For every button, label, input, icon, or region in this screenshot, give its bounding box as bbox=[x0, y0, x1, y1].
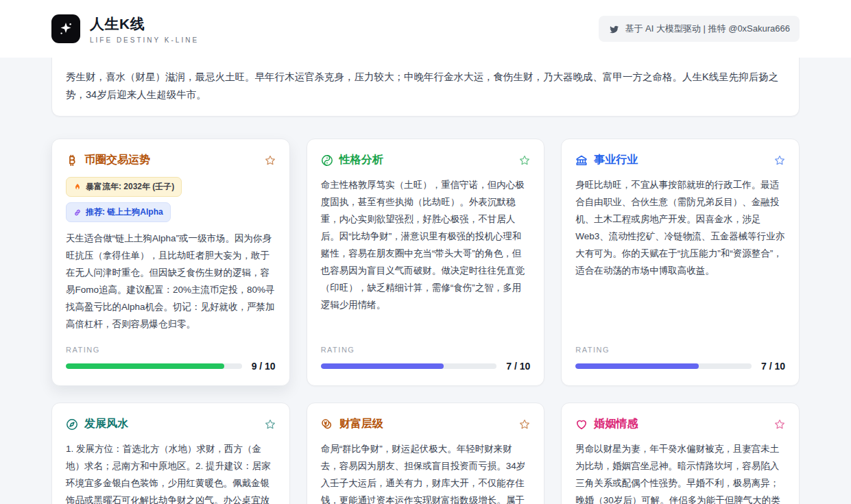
card-crypto-trading: 币圈交易运势 暴富流年: 2032年 (壬子) bbox=[51, 139, 290, 386]
brand: 人生K线 LIFE DESTINY K-LINE bbox=[51, 14, 199, 44]
app-header: 人生K线 LIFE DESTINY K-LINE 基于 AI 大模型驱动 | 推… bbox=[0, 0, 851, 58]
card-title: 婚姻情感 bbox=[594, 417, 638, 431]
chain-icon bbox=[73, 208, 82, 217]
favorite-star-icon[interactable] bbox=[519, 419, 530, 430]
bitcoin-icon bbox=[66, 154, 78, 167]
lucky-year-badge: 暴富流年: 2032年 (壬子) bbox=[66, 177, 182, 197]
analysis-grid: 币圈交易运势 暴富流年: 2032年 (壬子) bbox=[51, 139, 800, 504]
card-body-text: 命局“群比争财”，财运起伏极大。年轻时财来财去，容易因为朋友、担保或盲目投资而亏… bbox=[321, 441, 531, 504]
card-title: 发展风水 bbox=[84, 417, 128, 431]
card-fengshui: 发展风水 1. 发展方位：首选北方（水地）求财，西方（金地）求名；忌南方和中原地… bbox=[51, 403, 290, 504]
rating-section: RATING 7 / 10 bbox=[321, 346, 531, 372]
twitter-icon bbox=[608, 23, 619, 34]
rating-section: RATING 7 / 10 bbox=[575, 346, 785, 372]
favorite-star-icon[interactable] bbox=[265, 155, 276, 166]
rating-bar bbox=[321, 363, 497, 369]
rating-bar bbox=[66, 363, 242, 369]
card-body-text: 1. 发展方位：首选北方（水地）求财，西方（金地）求名；忌南方和中原地区。2. … bbox=[66, 441, 276, 504]
rating-value: 7 / 10 bbox=[761, 361, 785, 372]
recommend-label: 推荐: 链上土狗Alpha bbox=[86, 206, 163, 218]
card-body-text: 天生适合做“链上土狗Alpha”或一级市场。因为你身旺抗压（拿得住单），且比劫旺… bbox=[66, 230, 276, 333]
favorite-star-icon[interactable] bbox=[519, 155, 530, 166]
card-title: 事业行业 bbox=[594, 153, 638, 167]
personality-icon bbox=[321, 154, 333, 167]
heart-icon bbox=[575, 418, 588, 431]
rating-label: RATING bbox=[321, 346, 531, 354]
twitter-badge[interactable]: 基于 AI 大模型驱动 | 推特 @0xSakura666 bbox=[599, 16, 800, 42]
card-title: 币圈交易运势 bbox=[84, 153, 150, 167]
destiny-summary-text: 秀生财，喜水（财星）滋润，最忌火土旺。早年行木运官杀克身，压力较大；中晚年行金水… bbox=[66, 68, 785, 104]
twitter-badge-label: 基于 AI 大模型驱动 | 推特 @0xSakura666 bbox=[625, 23, 790, 35]
favorite-star-icon[interactable] bbox=[774, 419, 785, 430]
page-title: 人生K线 bbox=[90, 14, 199, 34]
sparkle-icon bbox=[58, 21, 74, 37]
coins-icon bbox=[321, 418, 333, 431]
bank-icon bbox=[575, 154, 588, 167]
card-body-text: 男命以财星为妻，年干癸水偏财被克，且妻宫未土为比劫，婚姻宫坐忌神。暗示情路坎坷，… bbox=[575, 441, 785, 504]
rating-bar bbox=[575, 363, 752, 369]
card-personality: 性格分析 命主性格敦厚笃实（土旺），重信守诺，但内心极度固执，甚至有些执拗（比劫… bbox=[307, 139, 545, 386]
card-career: 事业行业 身旺比劫旺，不宜从事按部就班的行政工作。最适合自由职业、合伙生意（需防… bbox=[561, 139, 800, 386]
card-title: 性格分析 bbox=[339, 153, 383, 167]
favorite-star-icon[interactable] bbox=[265, 419, 276, 430]
card-title: 财富层级 bbox=[339, 417, 383, 431]
app-logo bbox=[51, 14, 80, 43]
lucky-year-label: 暴富流年: 2032年 (壬子) bbox=[86, 181, 174, 193]
rating-value: 7 / 10 bbox=[506, 361, 530, 372]
fire-icon bbox=[73, 183, 82, 191]
card-wealth: 财富层级 命局“群比争财”，财运起伏极大。年轻时财来财去，容易因为朋友、担保或盲… bbox=[307, 403, 545, 504]
recommend-badge: 推荐: 链上土狗Alpha bbox=[66, 202, 171, 222]
card-body-text: 身旺比劫旺，不宜从事按部就班的行政工作。最适合自由职业、合伙生意（需防兄弟反目）… bbox=[575, 177, 785, 280]
rating-label: RATING bbox=[575, 346, 785, 354]
page-subtitle: LIFE DESTINY K-LINE bbox=[90, 36, 199, 44]
compass-icon bbox=[66, 418, 78, 431]
favorite-star-icon[interactable] bbox=[774, 155, 785, 166]
rating-section: RATING 9 / 10 bbox=[66, 346, 276, 372]
card-body-text: 命主性格敦厚笃实（土旺），重信守诺，但内心极度固执，甚至有些执拗（比劫旺）。外表… bbox=[321, 177, 531, 314]
card-marriage: 婚姻情感 男命以财星为妻，年干癸水偏财被克，且妻宫未土为比劫，婚姻宫坐忌神。暗示… bbox=[561, 403, 800, 504]
rating-label: RATING bbox=[66, 346, 276, 354]
rating-value: 9 / 10 bbox=[252, 361, 276, 372]
